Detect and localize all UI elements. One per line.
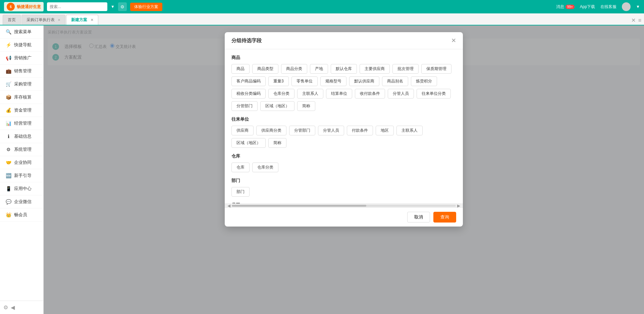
field-main-supplier[interactable]: 主要供应商 [360,64,390,74]
field-department[interactable]: 部门 [231,187,250,197]
field-warehouse-category[interactable]: 仓库分类 [268,89,294,99]
inventory-icon: 📦 [5,94,11,100]
sales-icon: 💼 [5,68,11,74]
tab-purchase-order[interactable]: 采购订单执行表 ✕ [21,15,65,25]
section-partner-fields: 供应商 供应商分类 分管部门 分管人员 付款条件 地区 主联系人 区域（地区） … [231,126,456,148]
tab-bar-actions: ✕ ≡ [631,17,641,25]
sidebar-label-quicknav: 快捷导航 [14,42,32,48]
tab-home-label: 首页 [8,17,16,22]
section-department-title: 部门 [231,178,456,184]
finance-icon: 💰 [5,107,11,113]
sidebar-item-sales[interactable]: 💼 销售管理 [0,65,43,78]
field-goods[interactable]: 商品 [231,64,250,74]
sidebar-label-search: 搜索菜单 [14,29,32,35]
modal-close-button[interactable]: ✕ [451,37,456,44]
sidebar-item-collab[interactable]: 🤝 企业协同 [0,156,43,169]
field-warehouse[interactable]: 仓库 [231,163,250,172]
search-input[interactable] [47,2,107,11]
app-download-link[interactable]: App下载 [580,4,595,10]
avatar[interactable] [622,2,631,11]
section-department-fields: 部门 [231,187,456,197]
user-menu-arrow[interactable]: ▼ [636,4,640,9]
sidebar-item-appstore[interactable]: 📱 应用中心 [0,182,43,195]
sidebar-item-member[interactable]: 👑 畅会员 [0,208,43,222]
tab-purchase-close-icon[interactable]: ✕ [58,18,60,22]
field-supplier[interactable]: 供应商 [231,126,254,135]
field-partner-region[interactable]: 地区 [376,126,394,135]
newbie-icon: 🆕 [5,173,11,179]
cancel-button[interactable]: 取消 [407,212,430,223]
field-partner-supervisor[interactable]: 分管人员 [318,126,344,135]
experience-button[interactable]: 体验行业方案 [130,3,162,11]
sidebar-item-search[interactable]: 🔍 搜索菜单 [0,25,43,39]
sidebar-item-quicknav[interactable]: ⚡ 快捷导航 [0,39,43,52]
field-settlement-unit[interactable]: 结算单位 [326,89,352,99]
field-region[interactable]: 区域（地区） [260,101,294,111]
sidebar-collapse-icon[interactable]: ◀ [11,304,15,311]
sidebar-item-basic[interactable]: ℹ 基础信息 [0,130,43,143]
sidebar-item-newbie[interactable]: 🆕 新手引导 [0,169,43,182]
field-partner-area[interactable]: 区域（地区） [231,138,266,148]
field-tax-code[interactable]: 税收分类编码 [231,89,266,99]
confirm-button[interactable]: 查询 [433,212,456,223]
sidebar-item-finance[interactable]: 💰 资金管理 [0,104,43,117]
notification-badge: 99+ [566,5,575,9]
field-default-supplier[interactable]: 默认供应商 [349,76,379,86]
field-spec-model[interactable]: 规格型号 [320,76,346,86]
sidebar-item-system[interactable]: ⚙ 系统管理 [0,143,43,156]
field-warehouse-cat[interactable]: 仓库分类 [252,163,278,172]
field-supplier-category[interactable]: 供应商分类 [256,126,286,135]
tab-new-plan-close-icon[interactable]: ✕ [91,18,93,22]
field-partner-category[interactable]: 往来单位分类 [417,89,451,99]
field-retail-unit[interactable]: 零售单位 [291,76,318,86]
sidebar-label-finance: 资金管理 [14,107,32,113]
tab-home[interactable]: 首页 [3,15,21,25]
tab-more-icon[interactable]: ≡ [638,17,641,23]
field-weight3[interactable]: 重量3 [268,76,289,86]
sidebar-label-sales: 销售管理 [14,68,32,74]
sidebar-label-system: 系统管理 [14,146,32,152]
field-main-contact[interactable]: 主联系人 [297,89,323,99]
sidebar-item-marketing[interactable]: 📢 营销推广 [0,52,43,65]
sidebar-item-inventory[interactable]: 📦 库存核算 [0,91,43,104]
field-payment-terms[interactable]: 收付款条件 [355,89,385,99]
field-shortname[interactable]: 简称 [297,101,315,111]
sidebar-item-wechat[interactable]: 💬 企业微信 [0,195,43,208]
section-goods-fields: 商品 商品类型 商品分类 产地 默认仓库 主要供应商 批次管理 保质期管理 客户… [231,64,456,111]
field-batch-mgmt[interactable]: 批次管理 [392,64,419,74]
online-service-link[interactable]: 在线客服 [600,4,616,10]
horizontal-scrollbar[interactable] [232,205,456,207]
field-partner-shortname[interactable]: 简称 [268,138,286,148]
dropdown-arrow-icon[interactable]: ▼ [111,4,115,9]
gear-icon: ⚙ [120,4,124,9]
field-origin[interactable]: 产地 [310,64,328,74]
header-right: 消息 99+ App下载 在线客服 ▼ [556,2,640,11]
field-goods-type[interactable]: 商品类型 [252,64,278,74]
notification-area[interactable]: 消息 99+ [556,4,574,10]
section-partner-title: 往来单位 [231,116,456,122]
gear-button[interactable]: ⚙ [118,2,127,11]
field-dept[interactable]: 分管部门 [231,101,258,111]
top-header: 6 畅捷通好生意 ▼ ⚙ 体验行业方案 消息 99+ App下载 在线客服 ▼ [0,0,644,13]
field-goods-category[interactable]: 商品分类 [281,64,307,74]
field-goods-alias[interactable]: 商品别名 [382,76,408,86]
member-icon: 👑 [5,212,11,218]
sidebar-label-operations: 经营管理 [14,120,32,126]
field-customer-code[interactable]: 客户商品编码 [231,76,266,86]
field-partner-dept[interactable]: 分管部门 [289,126,315,135]
tab-new-plan[interactable]: 新建方案 ✕ [66,15,98,25]
field-default-warehouse[interactable]: 默认仓库 [331,64,357,74]
field-partner-payment[interactable]: 付款条件 [347,126,373,135]
field-supervisor[interactable]: 分管人员 [388,89,414,99]
sidebar-item-purchase[interactable]: 🛒 采购管理 [0,78,43,91]
sidebar-label-inventory: 库存核算 [14,94,32,100]
sidebar-settings-icon[interactable]: ⚙ [3,304,8,311]
main-content: 采购订单执行表方案设置 1 选择模板 汇总表 交叉统计表 2 方案配置 [44,25,644,314]
modal-header: 分组待选字段 ✕ [225,32,463,49]
field-partner-contact[interactable]: 主联系人 [396,126,423,135]
sidebar-label-member: 畅会员 [14,212,27,218]
sidebar-item-operations[interactable]: 📊 经营管理 [0,117,43,130]
tab-close-all-icon[interactable]: ✕ [631,17,636,23]
field-shelf-life[interactable]: 保质期管理 [421,64,451,74]
field-points[interactable]: 炼货积分 [411,76,437,86]
